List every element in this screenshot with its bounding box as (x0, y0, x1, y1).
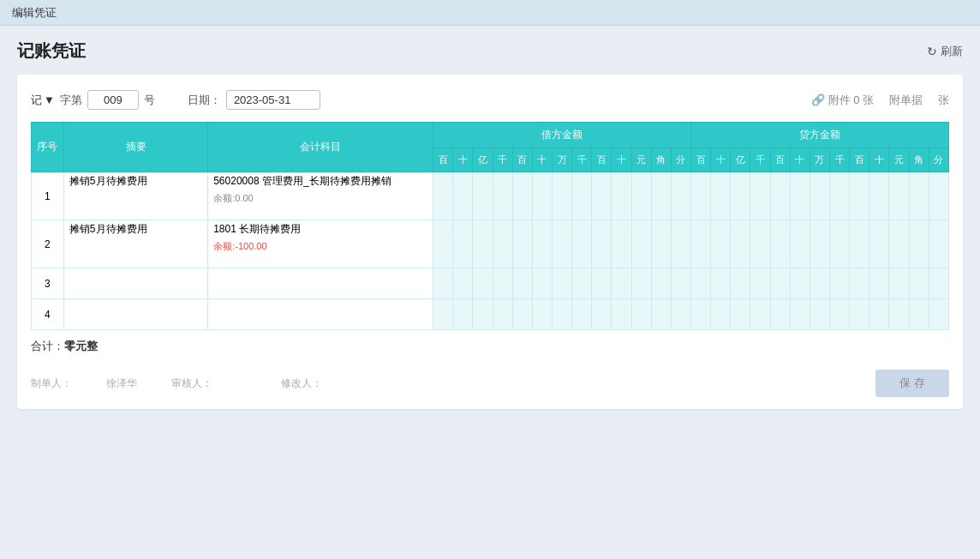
debit-digit-0-12[interactable] (671, 172, 690, 220)
credit-digit-3-6[interactable] (810, 299, 829, 330)
debit-digit-3-8[interactable] (592, 299, 612, 330)
debit-digit-3-10[interactable] (631, 299, 651, 330)
debit-digit-1-1[interactable] (453, 220, 473, 268)
summary-cell-3[interactable] (63, 299, 207, 330)
credit-digit-1-5[interactable] (790, 220, 810, 268)
credit-digit-1-2[interactable] (731, 220, 750, 268)
debit-digit-0-1[interactable] (453, 172, 473, 220)
credit-digit-1-1[interactable] (711, 220, 731, 268)
debit-digit-2-12[interactable] (671, 268, 690, 299)
debit-digit-1-8[interactable] (592, 220, 612, 268)
debit-digit-2-4[interactable] (512, 268, 532, 299)
summary-cell-0[interactable]: 摊销5月待摊费用 (63, 172, 207, 220)
summary-cell-1[interactable]: 摊销5月待摊费用 (63, 220, 207, 268)
credit-digit-2-4[interactable] (770, 268, 790, 299)
date-input[interactable] (226, 90, 320, 110)
debit-digit-0-3[interactable] (493, 172, 512, 220)
account-cell-3[interactable] (208, 299, 433, 330)
credit-digit-3-12[interactable] (929, 299, 948, 330)
credit-digit-2-6[interactable] (810, 268, 829, 299)
credit-digit-0-11[interactable] (909, 172, 929, 220)
debit-digit-1-4[interactable] (512, 220, 532, 268)
debit-digit-3-12[interactable] (671, 299, 690, 330)
debit-digit-0-0[interactable] (433, 172, 453, 220)
credit-digit-3-5[interactable] (790, 299, 810, 330)
save-button[interactable]: 保 存 (875, 370, 949, 397)
credit-digit-2-9[interactable] (869, 268, 889, 299)
debit-digit-3-7[interactable] (572, 299, 592, 330)
debit-digit-2-11[interactable] (651, 268, 671, 299)
credit-digit-0-7[interactable] (830, 172, 850, 220)
debit-digit-2-7[interactable] (572, 268, 592, 299)
debit-digit-1-7[interactable] (572, 220, 592, 268)
debit-digit-2-1[interactable] (453, 268, 473, 299)
debit-digit-3-5[interactable] (532, 299, 552, 330)
credit-digit-0-9[interactable] (869, 172, 889, 220)
credit-digit-0-1[interactable] (711, 172, 731, 220)
debit-digit-3-2[interactable] (473, 299, 493, 330)
debit-digit-1-6[interactable] (553, 220, 572, 268)
debit-digit-2-10[interactable] (631, 268, 651, 299)
debit-digit-0-10[interactable] (631, 172, 651, 220)
account-cell-0[interactable]: 56020008 管理费用_长期待摊费用摊销余额:0.00 (208, 172, 433, 220)
credit-digit-3-2[interactable] (731, 299, 750, 330)
debit-digit-2-0[interactable] (433, 268, 453, 299)
single-voucher-button[interactable]: 附单据 (889, 93, 923, 108)
debit-digit-0-4[interactable] (512, 172, 532, 220)
credit-digit-1-4[interactable] (770, 220, 790, 268)
credit-digit-1-8[interactable] (850, 220, 869, 268)
debit-digit-3-6[interactable] (553, 299, 572, 330)
credit-digit-3-11[interactable] (909, 299, 929, 330)
credit-digit-1-3[interactable] (750, 220, 770, 268)
refresh-button[interactable]: ↻ 刷新 (927, 44, 963, 59)
debit-digit-1-9[interactable] (612, 220, 631, 268)
credit-digit-3-3[interactable] (750, 299, 770, 330)
debit-digit-1-2[interactable] (473, 220, 493, 268)
debit-digit-0-5[interactable] (532, 172, 552, 220)
credit-digit-1-9[interactable] (869, 220, 889, 268)
credit-digit-0-2[interactable] (731, 172, 750, 220)
attachment-button[interactable]: 🔗 附件 0 张 (811, 93, 874, 108)
debit-digit-1-5[interactable] (532, 220, 552, 268)
debit-digit-0-2[interactable] (473, 172, 493, 220)
voucher-number-input[interactable] (87, 90, 139, 110)
credit-digit-2-12[interactable] (929, 268, 948, 299)
credit-digit-2-8[interactable] (850, 268, 869, 299)
account-cell-1[interactable]: 1801 长期待摊费用余额:-100.00 (208, 220, 433, 268)
debit-digit-0-8[interactable] (592, 172, 612, 220)
credit-digit-3-10[interactable] (889, 299, 909, 330)
debit-digit-0-11[interactable] (651, 172, 671, 220)
credit-digit-3-7[interactable] (830, 299, 850, 330)
credit-digit-0-4[interactable] (770, 172, 790, 220)
credit-digit-2-7[interactable] (830, 268, 850, 299)
credit-digit-1-10[interactable] (889, 220, 909, 268)
credit-digit-2-10[interactable] (889, 268, 909, 299)
credit-digit-0-12[interactable] (929, 172, 948, 220)
credit-digit-1-6[interactable] (810, 220, 829, 268)
debit-digit-0-7[interactable] (572, 172, 592, 220)
credit-digit-0-10[interactable] (889, 172, 909, 220)
credit-digit-3-4[interactable] (770, 299, 790, 330)
credit-digit-2-2[interactable] (731, 268, 750, 299)
credit-digit-2-11[interactable] (909, 268, 929, 299)
credit-digit-1-0[interactable] (691, 220, 711, 268)
debit-digit-2-3[interactable] (493, 268, 512, 299)
credit-digit-0-0[interactable] (691, 172, 711, 220)
voucher-type-dropdown[interactable]: 记 ▼ (31, 93, 55, 108)
debit-digit-1-3[interactable] (493, 220, 512, 268)
debit-digit-3-9[interactable] (612, 299, 631, 330)
credit-digit-2-5[interactable] (790, 268, 810, 299)
credit-digit-0-6[interactable] (810, 172, 829, 220)
debit-digit-2-6[interactable] (553, 268, 572, 299)
credit-digit-1-11[interactable] (909, 220, 929, 268)
debit-digit-1-10[interactable] (631, 220, 651, 268)
debit-digit-3-3[interactable] (493, 299, 512, 330)
credit-digit-1-12[interactable] (929, 220, 948, 268)
debit-digit-0-6[interactable] (553, 172, 572, 220)
debit-digit-1-12[interactable] (671, 220, 690, 268)
debit-digit-1-11[interactable] (651, 220, 671, 268)
debit-digit-0-9[interactable] (612, 172, 631, 220)
debit-digit-3-1[interactable] (453, 299, 473, 330)
credit-digit-0-8[interactable] (850, 172, 869, 220)
credit-digit-3-8[interactable] (850, 299, 869, 330)
